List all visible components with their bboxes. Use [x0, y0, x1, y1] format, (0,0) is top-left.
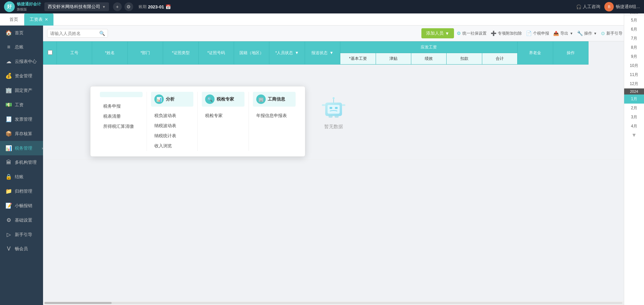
- dropdown-item-income-browse[interactable]: 收入浏览: [151, 141, 194, 151]
- dropdown-item-tax-declaration[interactable]: 税务申报: [100, 101, 143, 111]
- company-selector[interactable]: 西安虾米网络科技有限公司 ▼: [44, 2, 109, 11]
- toolbar-actions: ⚙ 统一社保设置 ➕ 专项附加扣除 📄 个税申报 📤 导出 ▼ 🔧: [457, 31, 640, 36]
- th-nationality: 国籍（地区）: [234, 42, 269, 65]
- search-icon: 🔍: [99, 31, 105, 36]
- cal-month-8[interactable]: 8月: [624, 43, 644, 52]
- sidebar-item-mini-report[interactable]: 📝 小畅报销: [0, 198, 43, 213]
- user-info[interactable]: B 畅捷通B组...: [604, 2, 640, 11]
- cal-month-10[interactable]: 10月: [624, 61, 644, 70]
- select-all-checkbox[interactable]: [48, 50, 52, 55]
- svg-rect-2: [330, 107, 332, 109]
- cal-month-12[interactable]: 12月: [624, 79, 644, 88]
- sidebar-item-settings[interactable]: ⚙ 基础设置: [0, 213, 43, 227]
- cal-month-7[interactable]: 7月: [624, 34, 644, 43]
- sidebar-item-multi-org[interactable]: 🏛 多机构管理: [0, 155, 43, 169]
- special-deduct-btn[interactable]: ➕ 专项附加扣除: [491, 31, 522, 36]
- guide-btn[interactable]: ⊙ 新手引导: [601, 31, 622, 36]
- period-calendar-icon[interactable]: 📅: [165, 4, 171, 9]
- svg-rect-8: [329, 115, 333, 118]
- add-company-btn[interactable]: +: [113, 2, 122, 11]
- operate-btn[interactable]: 🔧 操作 ▼: [577, 31, 597, 36]
- th-operate: 操作: [553, 42, 588, 65]
- svg-rect-9: [335, 115, 339, 118]
- sidebar-item-tax[interactable]: 📊 税务管理 ›: [0, 141, 43, 155]
- fixed-assets-icon: 🏢: [5, 87, 12, 93]
- export-arrow: ▼: [570, 32, 573, 35]
- th-deduction: 扣款: [447, 53, 482, 65]
- dropdown-col-business-info: 🏢 工商信息 年报信息申报表: [249, 92, 300, 151]
- dropdown-item-tax-pay-wave[interactable]: 纳税波动表: [151, 121, 194, 131]
- sidebar-item-ledger[interactable]: ≡ 总账: [0, 40, 43, 54]
- fund-icon: 💰: [5, 73, 12, 79]
- dropdown-item-annual-report[interactable]: 年报信息申报表: [253, 111, 296, 121]
- social-insurance-icon: ⚙: [457, 31, 461, 36]
- sidebar: 🏠 首页 ≡ 总账 ☁ 云报表中心 💰 资金管理 🏢 固定资产 💵 工资 🧾 发…: [0, 26, 43, 305]
- svg-rect-7: [342, 104, 345, 106]
- status-filter-icon[interactable]: ▼: [295, 50, 299, 55]
- th-emp-id: 工号: [57, 42, 92, 65]
- cal-month-2024-1[interactable]: 1月: [624, 94, 644, 104]
- cal-month-2024-3[interactable]: 3月: [624, 113, 644, 122]
- sidebar-item-salary[interactable]: 💵 工资: [0, 98, 43, 112]
- tab-salary[interactable]: 工资表 ✕: [24, 13, 53, 26]
- content-area: 🔍 添加人员 ▼ ⚙ 统一社保设置 ➕ 专项附加扣除 📄 个税申报: [43, 26, 644, 305]
- report-filter-icon[interactable]: ▼: [330, 50, 334, 55]
- horizontal-scrollbar[interactable]: [43, 301, 624, 305]
- th-gross-salary: 应发工资: [340, 42, 518, 53]
- add-person-btn[interactable]: 添加人员 ▼: [421, 28, 454, 38]
- tax-icon: 📊: [5, 145, 12, 151]
- dropdown-item-tax-wave[interactable]: 税负波动表: [151, 111, 194, 121]
- personal-tax-btn[interactable]: 📄 个税申报: [526, 31, 549, 36]
- search-input[interactable]: [50, 31, 97, 36]
- svg-point-5: [333, 97, 335, 99]
- th-name: *姓名: [92, 42, 127, 65]
- search-box: 🔍: [47, 29, 108, 38]
- export-btn[interactable]: 📤 导出 ▼: [553, 31, 573, 36]
- cal-month-6[interactable]: 6月: [624, 25, 644, 34]
- settings-gear-btn[interactable]: ⚙: [124, 2, 133, 11]
- tab-bar: 首页 工资表 ✕: [0, 13, 644, 26]
- sidebar-item-home[interactable]: 🏠 首页: [0, 26, 43, 40]
- th-pension: 养老金: [518, 42, 553, 65]
- tab-home[interactable]: 首页: [4, 13, 24, 26]
- dropdown-item-tax-stat[interactable]: 纳税统计表: [151, 131, 194, 141]
- cal-month-9[interactable]: 9月: [624, 52, 644, 61]
- sidebar-item-guide[interactable]: ▷ 新手引导: [0, 227, 43, 242]
- dropdown-item-tax-table-clear[interactable]: 税表清册: [100, 111, 143, 121]
- sidebar-item-fund[interactable]: 💰 资金管理: [0, 69, 43, 83]
- tax-expert-icon: 🔍: [205, 94, 215, 104]
- th-cert-no: *证照号码: [198, 42, 234, 65]
- help-btn[interactable]: 🎧 人工咨询: [576, 4, 600, 10]
- dropdown-item-tax-check[interactable]: 税检专家: [202, 111, 244, 121]
- dropdown-item-income-tax-calc[interactable]: 所得税汇算清缴: [100, 121, 143, 131]
- salary-icon: 💵: [5, 102, 12, 108]
- sidebar-item-member[interactable]: V 畅会员: [0, 242, 43, 256]
- operate-icon: 🔧: [577, 31, 583, 36]
- sidebar-item-fixed-assets[interactable]: 🏢 固定资产: [0, 83, 43, 98]
- sidebar-item-close[interactable]: 🔒 结账: [0, 169, 43, 184]
- cal-month-2024-2[interactable]: 2月: [624, 104, 644, 113]
- th-report-status: 报送状态 ▼: [305, 42, 340, 65]
- header-right: 🎧 人工咨询 B 畅捷通B组...: [576, 2, 640, 11]
- sidebar-item-cloud-report[interactable]: ☁ 云报表中心: [0, 54, 43, 69]
- th-dept: *部门: [127, 42, 163, 65]
- invoice-icon: 🧾: [5, 116, 12, 122]
- sidebar-item-archive[interactable]: 📁 归档管理: [0, 184, 43, 198]
- sidebar-item-invoice[interactable]: 🧾 发票管理: [0, 112, 43, 126]
- th-total: 合计: [482, 53, 517, 65]
- tab-close-icon[interactable]: ✕: [45, 17, 48, 22]
- scrollbar-thumb[interactable]: [44, 302, 112, 304]
- cal-month-2024-4[interactable]: 4月: [624, 122, 644, 131]
- main-layout: 🏠 首页 ≡ 总账 ☁ 云报表中心 💰 资金管理 🏢 固定资产 💵 工资 🧾 发…: [0, 26, 644, 305]
- sidebar-item-inventory[interactable]: 📦 库存核算: [0, 126, 43, 141]
- social-insurance-btn[interactable]: ⚙ 统一社保设置: [457, 31, 487, 36]
- cal-month-11[interactable]: 11月: [624, 70, 644, 79]
- dropdown-col-analysis: 📊 分析 税负波动表 纳税波动表 纳税统计表 收入浏览: [147, 92, 198, 151]
- th-person-status: *人员状态 ▼: [269, 42, 305, 65]
- dropdown-grid: 税务申报 税表清册 所得税汇算清缴 📊 分析 税负波动表 纳税波动表 纳税统计表…: [96, 92, 300, 151]
- calendar-down-btn[interactable]: ▼: [630, 131, 638, 140]
- svg-rect-6: [322, 104, 325, 106]
- base-settings-icon: ⚙: [5, 217, 12, 223]
- cal-month-5[interactable]: 5月: [624, 16, 644, 25]
- table-container: 工号 *姓名 *部门 *证照类型 *证照号码 国籍（地区） *人员状态 ▼ 报送…: [43, 41, 624, 305]
